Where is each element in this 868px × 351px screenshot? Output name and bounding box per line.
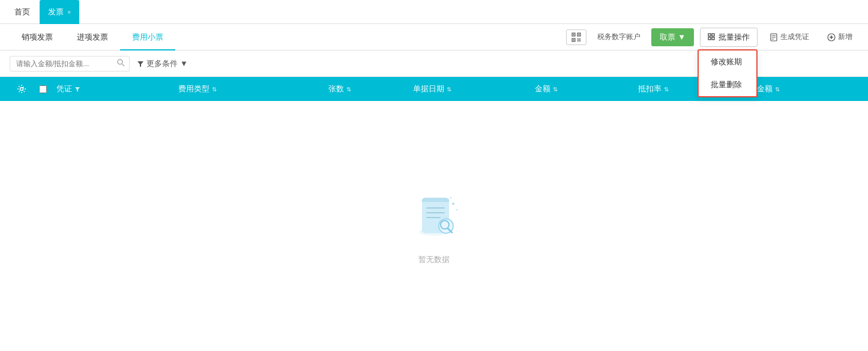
th-date[interactable]: 单据日期 ⇅ [408,84,530,94]
search-icon [116,58,125,67]
add-button[interactable]: 新增 [821,28,858,46]
dropdown-item-modify-period[interactable]: 修改账期 [699,50,756,73]
sub-tabs-right: 税务数字账户 取票 ▼ 批量操作 修改账期 批量删除 [566,28,858,47]
empty-text: 暂无数据 [418,254,450,265]
svg-point-33 [452,203,454,205]
th-amount[interactable]: 金额 ⇅ [530,84,633,94]
sub-tabs-bar: 销项发票 进项发票 费用小票 税务数字账户 取票 ▼ [0,24,868,50]
filter-arrow: ▼ [180,59,188,68]
top-nav: 首页 发票 × [0,0,868,24]
tab-sales-invoice[interactable]: 销项发票 [10,24,65,50]
svg-point-24 [20,88,23,91]
batch-operation-button[interactable]: 批量操作 [700,28,758,47]
svg-point-35 [450,197,452,199]
th-expense-type-sort: ⇅ [212,86,217,93]
get-invoice-arrow: ▼ [678,32,686,41]
nav-tab-close[interactable]: × [67,0,71,24]
filter-icon [137,60,144,67]
search-button[interactable] [116,58,125,69]
generate-voucher-label: 生成凭证 [780,32,809,42]
th-checkbox[interactable] [34,85,52,93]
voucher-filter-icon [74,86,80,92]
th-rate-label: 抵扣率 [638,84,662,94]
sub-tabs-left: 销项发票 进项发票 费用小票 [10,24,175,50]
voucher-icon [770,33,778,41]
svg-point-34 [456,209,458,211]
svg-rect-11 [712,34,714,36]
th-amount-label: 金额 [535,84,550,94]
svg-rect-5 [573,39,574,40]
get-invoice-label: 取票 [660,32,675,43]
select-all-checkbox[interactable] [39,85,47,93]
th-count-sort: ⇅ [346,86,351,93]
add-icon [827,33,836,41]
search-wrapper [10,56,130,72]
svg-rect-13 [712,37,714,40]
svg-rect-1 [573,34,574,35]
settings-icon [17,84,26,94]
svg-rect-12 [708,37,711,40]
tax-digital-account-button[interactable]: 税务数字账户 [592,29,645,44]
empty-illustration [404,187,464,247]
qr-code-button[interactable] [566,29,586,45]
th-count[interactable]: 张数 ⇅ [324,84,408,94]
svg-point-21 [118,60,122,64]
th-rate-sort: ⇅ [664,86,669,93]
svg-rect-9 [579,40,580,41]
tab-income-invoice[interactable]: 进项发票 [65,24,120,50]
svg-line-22 [122,64,125,67]
filter-btn-label: 更多条件 [146,58,178,69]
th-deduct-amount-sort: ⇅ [775,86,780,93]
th-voucher-label: 凭证 [56,84,72,94]
svg-rect-10 [708,34,711,36]
svg-rect-6 [577,38,579,40]
th-expense-type-label: 费用类型 [178,84,209,94]
more-filters-button[interactable]: 更多条件 ▼ [137,58,188,69]
batch-dropdown-menu: 修改账期 批量删除 [698,49,758,97]
search-input[interactable] [10,56,130,72]
th-settings[interactable] [10,84,34,94]
svg-rect-8 [577,40,579,41]
batch-operation-label: 批量操作 [719,32,750,43]
tab-expense-ticket[interactable]: 费用小票 [120,24,175,50]
nav-tab-label: 发票 [48,0,64,24]
generate-voucher-button[interactable]: 生成凭证 [764,28,815,46]
th-count-label: 张数 [328,84,344,94]
svg-rect-3 [579,34,580,35]
nav-home[interactable]: 首页 [7,0,37,24]
svg-marker-25 [75,87,80,91]
svg-rect-7 [579,38,580,40]
qr-icon [571,32,581,42]
nav-tab-invoice[interactable]: 发票 × [40,0,79,24]
batch-wrapper: 批量操作 修改账期 批量删除 [700,28,758,47]
svg-marker-23 [137,61,143,67]
th-expense-type[interactable]: 费用类型 ⇅ [173,84,324,94]
th-amount-sort: ⇅ [553,86,558,93]
batch-icon [708,33,716,41]
empty-state: 暂无数据 [0,101,868,351]
th-date-label: 单据日期 [413,84,444,94]
add-label: 新增 [838,32,852,42]
get-invoice-button[interactable]: 取票 ▼ [651,28,694,46]
dropdown-item-batch-delete[interactable]: 批量删除 [699,73,756,96]
th-date-sort: ⇅ [447,86,451,93]
th-voucher[interactable]: 凭证 [52,84,173,94]
